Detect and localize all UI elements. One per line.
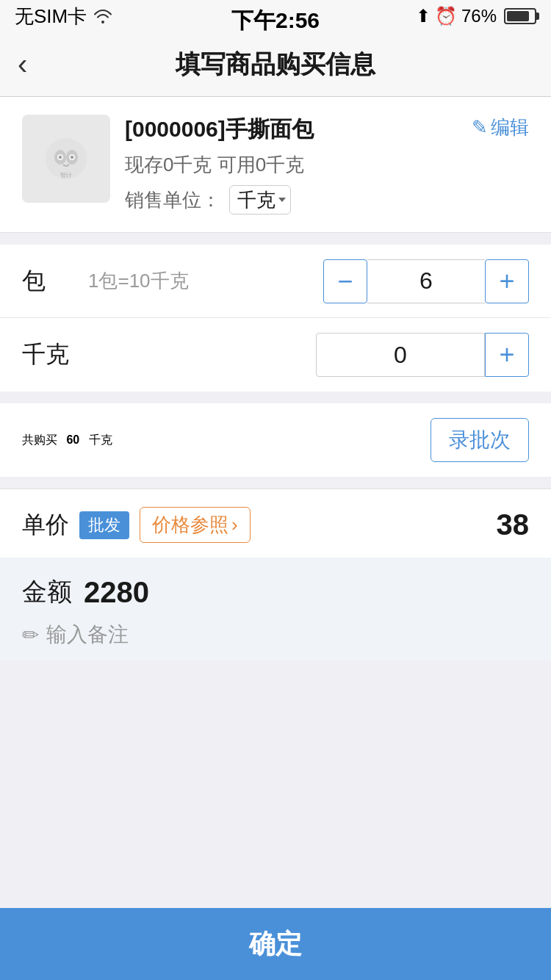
battery-icon: [504, 8, 536, 24]
status-bar: 无SIM卡 下午2:56 ⬆ ⏰ 76%: [0, 0, 551, 32]
section-divider-1: [0, 233, 551, 245]
package-label: 包: [22, 265, 81, 298]
empty-area: [0, 660, 551, 910]
package-input[interactable]: [367, 259, 485, 303]
total-amount: 60: [66, 433, 79, 446]
section-divider-3: [0, 477, 551, 489]
svg-point-6: [71, 156, 73, 159]
kg-increment-button[interactable]: +: [485, 333, 529, 377]
remark-placeholder: 输入备注: [46, 621, 129, 649]
amount-section: 金额 2280 ✏ 输入备注: [0, 558, 551, 660]
edit-label: 编辑: [491, 115, 529, 140]
section-divider-2: [0, 392, 551, 403]
kg-row: 千克 +: [0, 318, 551, 392]
back-button[interactable]: ‹: [18, 48, 27, 81]
price-label: 单价: [22, 509, 69, 541]
page-title: 填写商品购买信息: [176, 48, 375, 82]
total-section: 共购买 60 千克 录批次: [0, 403, 551, 477]
package-increment-button[interactable]: +: [485, 259, 529, 303]
package-hint: 1包=10千克: [88, 268, 323, 294]
product-thumbnail-icon: 智计: [44, 137, 88, 181]
amount-row: 金额 2280: [22, 575, 529, 609]
status-right: ⬆ ⏰ 76%: [416, 6, 536, 26]
remark-row[interactable]: ✏ 输入备注: [22, 621, 529, 649]
batch-button[interactable]: 录批次: [431, 418, 529, 462]
total-unit: 千克: [89, 433, 112, 446]
kg-label: 千克: [22, 339, 81, 371]
carrier-text: 无SIM卡: [15, 4, 87, 29]
package-decrement-button[interactable]: −: [323, 259, 367, 303]
chevron-right-icon: ›: [231, 514, 238, 536]
product-name: [0000006]手撕面包: [125, 115, 529, 145]
price-ref-label: 价格参照: [152, 512, 228, 538]
price-section: 单价 批发 价格参照 › 38: [0, 489, 551, 558]
nav-bar: ‹ 填写商品购买信息: [0, 32, 551, 97]
package-stepper: − +: [323, 259, 529, 303]
wifi-icon: [93, 9, 113, 24]
product-unit-row: 销售单位： 千克: [125, 185, 529, 215]
product-stock: 现存0千克 可用0千克: [125, 152, 529, 178]
confirm-label: 确定: [249, 926, 302, 962]
alarm-icon: ⏰: [435, 6, 457, 26]
pencil-icon: ✏: [22, 623, 39, 647]
kg-input[interactable]: [316, 333, 485, 377]
kg-stepper: +: [316, 333, 529, 377]
status-time: 下午2:56: [231, 6, 320, 36]
battery-pct: 76%: [461, 6, 497, 26]
total-text: 共购买 60 千克: [22, 433, 112, 448]
edit-button[interactable]: ✎ 编辑: [472, 115, 529, 140]
product-card: 智计 [0000006]手撕面包 现存0千克 可用0千克 销售单位： 千克 ✎ …: [0, 97, 551, 233]
status-left: 无SIM卡: [15, 4, 113, 29]
confirm-button[interactable]: 确定: [0, 908, 551, 980]
product-image: 智计: [22, 115, 110, 203]
price-tag: 批发: [79, 511, 129, 539]
svg-text:智计: 智计: [60, 172, 72, 179]
unit-label: 销售单位：: [125, 187, 220, 213]
price-row: 单价 批发 价格参照 › 38: [22, 507, 529, 543]
package-row: 包 1包=10千克 − +: [0, 245, 551, 318]
price-reference-button[interactable]: 价格参照 ›: [140, 507, 251, 543]
total-prefix: 共购买: [22, 433, 57, 446]
edit-icon: ✎: [472, 116, 488, 139]
amount-label: 金额: [22, 575, 72, 609]
location-icon: ⬆: [416, 6, 431, 26]
price-value: 38: [497, 508, 530, 541]
unit-select[interactable]: 千克: [229, 185, 291, 215]
svg-point-5: [59, 156, 62, 159]
input-section: 包 1包=10千克 − + 千克 +: [0, 245, 551, 392]
product-info: [0000006]手撕面包 现存0千克 可用0千克 销售单位： 千克: [125, 115, 529, 215]
amount-value: 2280: [84, 576, 149, 609]
